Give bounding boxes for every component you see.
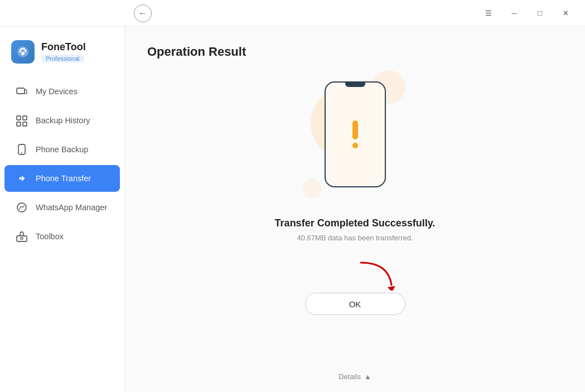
sidebar: FoneTool Professional My Devices [0, 27, 125, 392]
app-badge: Professional [41, 55, 84, 62]
page-title: Operation Result [147, 45, 246, 59]
sidebar-item-phone-transfer[interactable]: Phone Transfer [4, 165, 120, 192]
maximize-button[interactable]: □ [527, 3, 553, 23]
backup-history-label: Backup History [36, 116, 90, 125]
phone-transfer-label: Phone Transfer [36, 174, 91, 183]
toolbox-icon [16, 230, 28, 243]
sidebar-item-backup-history[interactable]: Backup History [4, 107, 120, 134]
exclamation-mark [352, 120, 358, 148]
content-area: Operation Result Transfer Completed Succ… [125, 27, 585, 392]
menu-button[interactable]: ☰ [476, 3, 501, 23]
maximize-icon: □ [538, 9, 542, 17]
window-controls: ☰ ─ □ ✕ [476, 3, 585, 23]
exclamation-dot [352, 143, 358, 148]
details-chevron-up-icon: ▲ [364, 372, 371, 381]
svg-rect-6 [17, 122, 21, 126]
sidebar-item-whatsapp-manager[interactable]: WhatsApp Manager [4, 194, 120, 221]
whatsapp-manager-icon [16, 201, 28, 214]
app-name-area: FoneTool Professional [41, 41, 86, 62]
minimize-button[interactable]: ─ [501, 3, 527, 23]
toolbox-label: Toolbox [36, 232, 64, 241]
back-button[interactable]: ← [134, 4, 152, 22]
svg-rect-11 [17, 236, 27, 241]
svg-rect-3 [25, 90, 27, 94]
phone-backup-icon [16, 143, 28, 156]
main-layout: FoneTool Professional My Devices [0, 27, 585, 392]
details-row[interactable]: Details ▲ [339, 361, 371, 381]
details-label: Details [339, 372, 361, 381]
phone-notch [345, 83, 365, 87]
my-devices-label: My Devices [36, 87, 78, 96]
minimize-icon: ─ [511, 9, 516, 17]
ok-button[interactable]: OK [305, 293, 405, 315]
success-title: Transfer Completed Successfully. [275, 217, 436, 229]
ok-label: OK [349, 299, 361, 309]
exclamation-bar [352, 120, 358, 139]
svg-marker-13 [387, 286, 396, 291]
title-bar-left: ← [0, 4, 152, 22]
svg-point-9 [21, 152, 22, 153]
svg-point-10 [17, 203, 26, 212]
arrow-icon [344, 260, 400, 291]
my-devices-icon [16, 85, 28, 98]
phone-frame [325, 81, 386, 187]
sidebar-item-my-devices[interactable]: My Devices [4, 78, 120, 105]
blob-3 [302, 179, 322, 199]
svg-rect-2 [17, 88, 25, 94]
svg-point-1 [21, 52, 25, 55]
svg-rect-7 [23, 122, 27, 126]
close-button[interactable]: ✕ [553, 3, 578, 23]
logo-icon [11, 40, 35, 64]
sidebar-item-phone-backup[interactable]: Phone Backup [4, 136, 120, 163]
phone-transfer-icon [16, 172, 28, 185]
close-icon: ✕ [563, 9, 569, 17]
phone-illustration [299, 70, 411, 204]
backup-history-icon [16, 114, 28, 127]
app-logo: FoneTool Professional [0, 36, 124, 77]
title-bar: ← ☰ ─ □ ✕ [0, 0, 585, 27]
sidebar-item-toolbox[interactable]: Toolbox [4, 223, 120, 250]
success-subtitle: 40.67MB data has been transferred. [297, 234, 413, 242]
svg-rect-5 [23, 116, 27, 120]
svg-rect-4 [17, 116, 21, 120]
arrow-container [305, 260, 405, 291]
phone-backup-label: Phone Backup [36, 145, 88, 154]
result-area: Transfer Completed Successfully. 40.67MB… [147, 70, 563, 381]
app-name: FoneTool [41, 41, 86, 54]
menu-icon: ☰ [485, 9, 492, 17]
whatsapp-manager-label: WhatsApp Manager [36, 203, 107, 212]
svg-rect-12 [21, 238, 23, 239]
